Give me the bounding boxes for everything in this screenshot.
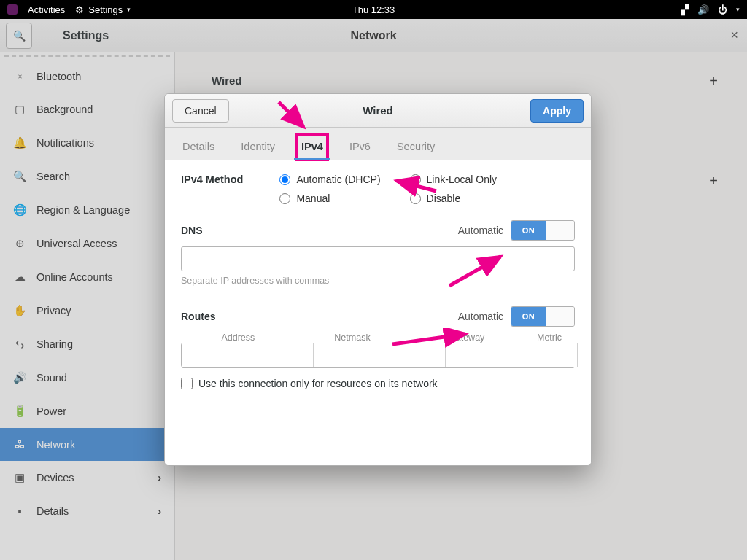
route-metric-input[interactable] — [578, 343, 592, 367]
ipv4-pane: IPv4 Method Automatic (DHCP) Link-Local … — [165, 160, 591, 465]
system-menu-chevron-icon[interactable]: ▾ — [736, 6, 740, 13]
volume-icon[interactable]: 🔊 — [697, 4, 709, 15]
toggle-knob — [546, 221, 574, 240]
dns-automatic-toggle[interactable]: ON — [511, 220, 575, 241]
routes-header: Address Netmask Gateway Metric — [181, 332, 575, 343]
radio-label: Disable — [427, 192, 461, 204]
connection-editor-dialog: Cancel Wired Apply Details Identity IPv4… — [164, 93, 592, 466]
toggle-knob — [546, 307, 574, 326]
dns-automatic-label: Automatic — [458, 225, 503, 236]
settings-app-icon: ⚙ — [75, 4, 84, 15]
dialog-title: Wired — [363, 104, 393, 117]
dialog-tabs: Details Identity IPv4 IPv6 Security — [165, 128, 591, 160]
toggle-on-label: ON — [511, 221, 546, 240]
routes-automatic-toggle[interactable]: ON — [511, 306, 575, 327]
ipv4-method-label: IPv4 Method — [181, 174, 243, 185]
app-menu[interactable]: ⚙ Settings ▾ — [75, 4, 131, 15]
os-logo-icon — [7, 4, 18, 15]
tab-security[interactable]: Security — [392, 135, 439, 160]
method-automatic-radio[interactable]: Automatic (DHCP) — [279, 174, 380, 185]
col-address: Address — [181, 332, 295, 343]
radio-label: Link-Local Only — [427, 174, 498, 185]
clock[interactable]: Thu 12:33 — [352, 4, 395, 15]
route-netmask-input[interactable] — [314, 343, 446, 367]
dns-entry[interactable] — [181, 246, 575, 271]
activities-button[interactable]: Activities — [28, 4, 65, 15]
route-gateway-input[interactable] — [446, 343, 578, 367]
chevron-down-icon: ▾ — [127, 6, 131, 13]
toggle-on-label: ON — [511, 307, 546, 326]
dns-hint: Separate IP addresses with commas — [181, 276, 575, 286]
routes-section-label: Routes — [181, 311, 458, 322]
power-icon[interactable]: ⏻ — [718, 4, 727, 15]
tab-identity[interactable]: Identity — [236, 135, 279, 160]
apply-button[interactable]: Apply — [530, 99, 584, 122]
app-menu-label: Settings — [88, 4, 123, 15]
col-netmask: Netmask — [295, 332, 410, 343]
routes-automatic-label: Automatic — [458, 311, 503, 322]
routes-row: ⊗ — [181, 343, 575, 368]
radio-label: Manual — [296, 192, 330, 204]
method-manual-radio[interactable]: Manual — [279, 192, 380, 204]
col-metric: Metric — [524, 332, 575, 343]
tab-ipv4[interactable]: IPv4 — [297, 135, 328, 160]
tab-ipv6[interactable]: IPv6 — [345, 135, 375, 160]
route-address-input[interactable] — [182, 343, 314, 367]
dialog-headerbar: Cancel Wired Apply — [165, 94, 591, 128]
network-status-icon[interactable]: ▞ — [681, 4, 689, 15]
method-linklocal-radio[interactable]: Link-Local Only — [410, 174, 511, 185]
tab-details[interactable]: Details — [178, 135, 219, 160]
checkbox-label: Use this connection only for resources o… — [198, 378, 438, 389]
radio-label: Automatic (DHCP) — [296, 174, 380, 185]
col-gateway: Gateway — [409, 332, 524, 343]
gnome-topbar: Activities ⚙ Settings ▾ Thu 12:33 ▞ 🔊 ⏻ … — [0, 0, 747, 19]
only-resources-checkbox[interactable]: Use this connection only for resources o… — [181, 378, 575, 389]
method-disable-radio[interactable]: Disable — [410, 192, 511, 204]
cancel-button[interactable]: Cancel — [172, 99, 229, 122]
dns-section-label: DNS — [181, 225, 458, 236]
